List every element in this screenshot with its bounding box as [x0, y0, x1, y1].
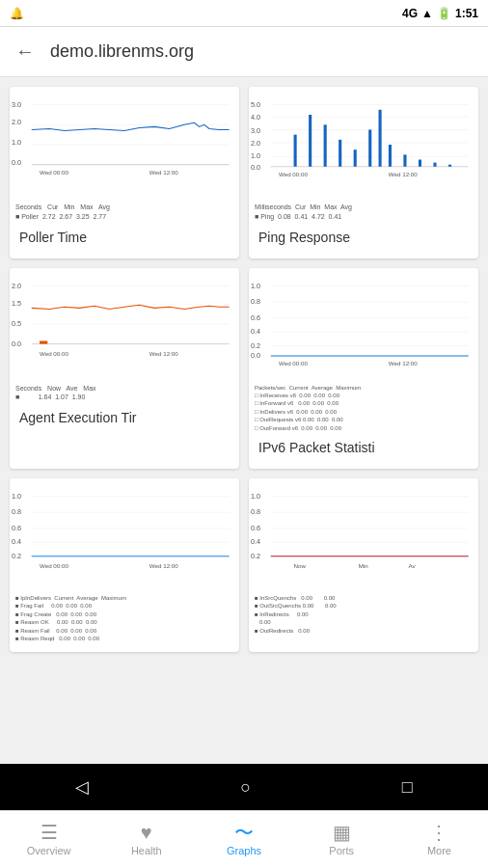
back-button[interactable]: ←: [15, 41, 35, 63]
svg-text:0.0: 0.0: [12, 158, 21, 167]
nav-item-more[interactable]: ⋮ More: [391, 811, 488, 868]
svg-rect-37: [419, 160, 421, 167]
svg-rect-29: [309, 115, 312, 167]
svg-text:0.6: 0.6: [251, 524, 260, 532]
nav-item-health[interactable]: ♥ Health: [97, 811, 195, 868]
notification-icon: 🔔: [10, 7, 24, 20]
nav-label-more: More: [427, 845, 451, 856]
svg-text:0.8: 0.8: [251, 507, 260, 516]
svg-text:Wed 12:00: Wed 12:00: [389, 171, 418, 177]
recents-nav-button[interactable]: □: [402, 777, 413, 798]
ping-response-legend: Milliseconds Cur Min Max Avg ■ Ping 0.08…: [249, 203, 478, 222]
svg-text:0.4: 0.4: [251, 327, 260, 336]
svg-text:1.0: 1.0: [251, 151, 260, 160]
graph-grid: 3.0 2.0 1.0 0.0 Wed 00:00 Wed 12:00: [10, 87, 478, 652]
ip-in-delivers-legend: ■ IpInDelivers Current Average Maximum ■…: [10, 594, 239, 642]
svg-rect-35: [389, 145, 392, 167]
nav-label-overview: Overview: [27, 845, 71, 856]
status-bar-left: 🔔: [10, 7, 24, 20]
svg-rect-28: [294, 135, 297, 167]
more-icon: ⋮: [429, 823, 448, 842]
svg-rect-30: [324, 124, 327, 166]
svg-text:Wed 12:00: Wed 12:00: [149, 350, 178, 357]
nav-item-overview[interactable]: ☰ Overview: [0, 811, 97, 868]
svg-text:Wed 00:00: Wed 00:00: [279, 360, 308, 366]
svg-text:4.0: 4.0: [251, 113, 260, 122]
svg-text:0.2: 0.2: [12, 552, 21, 560]
graph-poller-time: 3.0 2.0 1.0 0.0 Wed 00:00 Wed 12:00: [10, 87, 239, 203]
status-time: 1:51: [455, 7, 478, 20]
graph-src-quench: 1.0 0.8 0.6 0.4 0.2 Now Min Av: [249, 478, 478, 594]
menu-icon: ☰: [41, 823, 58, 842]
svg-text:2.0: 2.0: [12, 118, 21, 126]
svg-text:0.6: 0.6: [251, 312, 260, 321]
graph-ip-in-delivers: 1.0 0.8 0.6 0.4 0.2 Wed 00:00 Wed 12:00: [10, 478, 239, 594]
svg-text:0.8: 0.8: [251, 297, 260, 306]
svg-text:0.6: 0.6: [12, 524, 21, 532]
battery-icon: 🔋: [437, 7, 451, 20]
back-nav-button[interactable]: ◁: [75, 776, 89, 798]
svg-text:3.0: 3.0: [251, 126, 260, 135]
svg-text:2.0: 2.0: [251, 139, 260, 148]
svg-text:Wed 00:00: Wed 00:00: [40, 350, 68, 357]
bottom-navigation: ☰ Overview ♥ Health 〜 Graphs ▦ Ports ⋮ M…: [0, 810, 488, 868]
card-agent-execution: 2.0 1.5 0.5 0.0 Wed 00:00 Wed 12:00 Seco…: [10, 268, 239, 469]
barcode-icon: ▦: [333, 823, 351, 842]
agent-execution-title: Agent Execution Tir: [10, 402, 239, 429]
svg-text:Wed 00:00: Wed 00:00: [40, 169, 68, 176]
svg-rect-51: [40, 340, 47, 343]
svg-text:1.5: 1.5: [12, 299, 21, 308]
svg-text:0.8: 0.8: [12, 507, 21, 516]
card-ipv6-packet: 1.0 0.8 0.6 0.4 0.2 0.0 Wed 00:00 Wed 12…: [249, 268, 478, 469]
svg-text:1.0: 1.0: [251, 492, 260, 501]
svg-text:0.2: 0.2: [251, 340, 260, 349]
ping-response-title: Ping Response: [249, 222, 478, 249]
network-indicator: 4G: [402, 7, 418, 20]
svg-text:0.5: 0.5: [12, 319, 21, 328]
svg-text:2.0: 2.0: [12, 281, 21, 289]
home-nav-button[interactable]: ○: [240, 777, 251, 798]
graph-ipv6-packet: 1.0 0.8 0.6 0.4 0.2 0.0 Wed 00:00 Wed 12…: [249, 268, 478, 384]
app-bar: ← demo.librenms.org: [0, 27, 488, 77]
card-ping-response: 5.0 4.0 3.0 2.0 1.0 0.0 Wed 00:00 Wed 12…: [249, 87, 478, 258]
svg-rect-68: [10, 486, 239, 585]
svg-text:Wed 00:00: Wed 00:00: [40, 562, 68, 569]
svg-text:0.0: 0.0: [12, 339, 21, 347]
src-quench-legend: ■ InSrcQuenchs 0.00 0.00 ■ OutSrcQuenchs…: [249, 594, 478, 635]
svg-rect-34: [379, 110, 382, 167]
svg-text:1.0: 1.0: [251, 281, 260, 289]
nav-item-ports[interactable]: ▦ Ports: [293, 811, 391, 868]
svg-rect-36: [403, 154, 406, 166]
svg-text:0.4: 0.4: [12, 537, 21, 546]
card-ip-in-delivers: 1.0 0.8 0.6 0.4 0.2 Wed 00:00 Wed 12:00 …: [10, 478, 239, 652]
content-area: 3.0 2.0 1.0 0.0 Wed 00:00 Wed 12:00: [0, 77, 488, 810]
poller-time-legend: Seconds Cur Min Max Avg ■ Poller 2.72 2.…: [10, 203, 239, 222]
svg-rect-82: [249, 486, 478, 585]
nav-label-health: Health: [131, 845, 162, 856]
nav-label-graphs: Graphs: [227, 845, 261, 856]
svg-text:Wed 12:00: Wed 12:00: [149, 562, 178, 569]
svg-rect-13: [249, 95, 478, 194]
status-bar: 🔔 4G ▲ 🔋 1:51: [0, 0, 488, 27]
svg-text:Min: Min: [359, 562, 369, 569]
svg-text:1.0: 1.0: [12, 492, 21, 501]
svg-text:Wed 12:00: Wed 12:00: [389, 360, 418, 366]
graph-ping-response: 5.0 4.0 3.0 2.0 1.0 0.0 Wed 00:00 Wed 12…: [249, 87, 478, 203]
svg-text:Now: Now: [294, 562, 307, 569]
agent-execution-legend: Seconds Now Ave Max ■ 1.64 1.07 1.90: [10, 384, 239, 403]
graph-icon: 〜: [234, 823, 254, 842]
svg-rect-40: [10, 276, 239, 375]
android-nav-bar: ◁ ○ □: [0, 764, 488, 810]
nav-item-graphs[interactable]: 〜 Graphs: [195, 811, 292, 868]
heart-icon: ♥: [141, 823, 152, 842]
ipv6-packet-title: IPv6 Packet Statisti: [249, 432, 478, 459]
svg-text:1.0: 1.0: [12, 138, 21, 147]
svg-rect-31: [339, 140, 341, 167]
card-src-quench: 1.0 0.8 0.6 0.4 0.2 Now Min Av ■: [249, 478, 478, 652]
svg-rect-32: [354, 149, 357, 167]
nav-label-ports: Ports: [329, 845, 354, 856]
svg-text:5.0: 5.0: [251, 100, 260, 109]
svg-text:0.2: 0.2: [251, 552, 260, 560]
card-poller-time: 3.0 2.0 1.0 0.0 Wed 00:00 Wed 12:00: [10, 87, 239, 258]
svg-text:Av: Av: [409, 562, 417, 569]
